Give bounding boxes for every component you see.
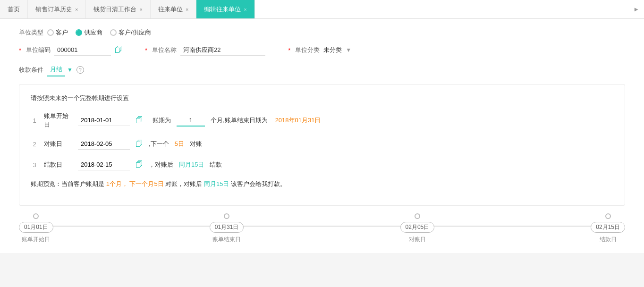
radio-supplier-circle <box>76 29 82 36</box>
setting-row-3: 3 结款日 🗍 ，对账后 同月15日 结款 <box>31 159 613 170</box>
unit-category-value: 未分类 <box>323 46 342 54</box>
row-1-calendar-icon[interactable]: 🗍 <box>136 116 143 125</box>
row-3-suffix-pre: ，对账后 <box>149 160 173 169</box>
timeline-wrapper: 01月01日 账单开始日 01月31日 账单结束日 02月05日 对账日 02月… <box>19 213 625 244</box>
row-1-num: 1 <box>31 117 38 124</box>
payment-terms-arrow[interactable]: ▼ <box>67 67 73 73</box>
payment-terms-label: 收款条件 <box>19 66 43 74</box>
radio-both[interactable]: 客户/供应商 <box>110 28 151 37</box>
timeline-node-0-circle <box>33 213 39 219</box>
unit-category-star: * <box>288 47 290 54</box>
unit-type-row: 单位类型 客户 供应商 客户/供应商 <box>19 28 625 37</box>
settings-panel: 请按照未来的一个完整帐期进行设置 1 账单开始日 🗍 账期为 个月,账单结束日期… <box>19 84 625 206</box>
preview-prefix: 账期预览：当前客户账期是 <box>31 180 104 187</box>
unit-code-label: 单位编码 <box>26 46 51 54</box>
row-3-highlight: 同月15日 <box>179 160 204 169</box>
row-3-suffix-post: 结款 <box>210 160 222 169</box>
row-3-type: 结款日 <box>44 160 72 169</box>
panel-title: 请按照未来的一个完整帐期进行设置 <box>31 94 613 102</box>
radio-supplier[interactable]: 供应商 <box>76 28 102 37</box>
radio-both-circle <box>110 29 117 36</box>
tab-sales-history[interactable]: 销售订单历史 × <box>28 0 86 18</box>
unit-name-label: 单位名称 <box>152 46 177 54</box>
tab-cash-label: 钱货日清工作台 <box>93 5 136 14</box>
tab-edit-partner-label: 编辑往来单位 <box>204 5 241 14</box>
unit-code-icon[interactable]: 🗍 <box>115 46 122 54</box>
timeline-node-2-badge: 02月05日 <box>400 222 435 233</box>
row-2-suffix-post: 对账 <box>190 140 202 148</box>
row-2-type: 对账日 <box>44 140 72 148</box>
preview-part2: 下一个月5日 <box>129 180 163 187</box>
radio-customer-label: 客户 <box>56 28 68 37</box>
row-3-num: 3 <box>31 161 38 169</box>
row-2-date-input[interactable] <box>78 138 130 150</box>
radio-customer[interactable]: 客户 <box>47 28 68 37</box>
main-content: 单位类型 客户 供应商 客户/供应商 * 单位编码 🗍 * 单位名称 <box>0 19 644 253</box>
timeline-node-1-circle <box>224 213 229 219</box>
row-1-period-unit: 个月,账单结束日期为 <box>211 116 268 125</box>
radio-both-label: 客户/供应商 <box>119 28 151 37</box>
tab-expand-button[interactable]: ► <box>628 0 644 18</box>
timeline-node-3: 02月15日 结款日 <box>591 213 625 244</box>
unit-name-group: * 单位名称 <box>145 44 265 56</box>
tab-partner-label: 往来单位 <box>158 5 183 14</box>
row-1-suffix: 账期为 <box>153 116 171 125</box>
payment-terms-select[interactable]: 月结 ▼ <box>47 63 73 76</box>
tab-sales-close[interactable]: × <box>75 7 78 12</box>
unit-category-label: 单位分类 <box>295 46 320 54</box>
tab-sales-label: 销售订单历史 <box>35 5 72 14</box>
row-2-suffix-pre: ,下一个 <box>149 140 169 148</box>
timeline-node-0-badge: 01月01日 <box>19 222 53 233</box>
row-2-calendar-icon[interactable]: 🗍 <box>136 140 143 148</box>
unit-type-radio-group: 客户 供应商 客户/供应商 <box>47 28 151 37</box>
payment-terms-row: 收款条件 月结 ▼ ? <box>19 63 625 76</box>
preview-text: 账期预览：当前客户账期是 1个月， 下一个月5日 对账，对账后 同月15日 该客… <box>31 180 613 188</box>
payment-terms-value: 月结 <box>47 63 65 76</box>
radio-supplier-label: 供应商 <box>84 28 102 37</box>
unit-code-group: * 单位编码 🗍 <box>19 44 122 56</box>
payment-terms-help[interactable]: ? <box>76 66 84 74</box>
preview-part1: 1个月， <box>106 180 128 187</box>
unit-code-input[interactable] <box>54 44 111 56</box>
tab-home-label: 首页 <box>8 5 20 14</box>
row-2-highlight: 5日 <box>175 140 184 148</box>
row-1-end-date: 2018年01月31日 <box>275 116 321 125</box>
timeline-node-2: 02月05日 对账日 <box>400 213 435 244</box>
row-1-period-input[interactable] <box>177 115 205 127</box>
row-3-date-input[interactable] <box>78 159 130 170</box>
tab-bar: 首页 销售订单历史 × 钱货日清工作台 × 往来单位 × 编辑往来单位 × ► <box>0 0 644 19</box>
setting-row-2: 2 对账日 🗍 ,下一个 5日 对账 <box>31 138 613 150</box>
row-1-type: 账单开始日 <box>44 112 72 129</box>
tab-edit-partner[interactable]: 编辑往来单位 × <box>196 0 254 18</box>
timeline-node-0: 01月01日 账单开始日 <box>19 213 53 244</box>
preview-suffix: 该客户会给我打款。 <box>231 180 286 187</box>
tab-partner-close[interactable]: × <box>186 7 188 12</box>
tab-home[interactable]: 首页 <box>0 0 28 18</box>
timeline-node-0-label: 账单开始日 <box>22 236 50 244</box>
timeline-node-1: 01月31日 账单结束日 <box>210 213 244 244</box>
preview-middle: 对账，对账后 <box>165 180 202 187</box>
tab-cash-close[interactable]: × <box>139 7 142 12</box>
unit-name-star: * <box>145 47 147 54</box>
row-3-calendar-icon[interactable]: 🗍 <box>136 160 143 169</box>
tab-edit-partner-close[interactable]: × <box>244 7 246 12</box>
timeline-node-1-label: 账单结束日 <box>212 236 241 244</box>
unit-category-group: * 单位分类 未分类 ▼ <box>288 46 351 54</box>
row-2-num: 2 <box>31 141 38 148</box>
radio-customer-circle <box>47 29 54 36</box>
row-1-date-input[interactable] <box>78 115 130 126</box>
unit-code-star: * <box>19 47 21 54</box>
setting-row-1: 1 账单开始日 🗍 账期为 个月,账单结束日期为 2018年01月31日 <box>31 112 613 129</box>
unit-fields-row: * 单位编码 🗍 * 单位名称 * 单位分类 未分类 ▼ <box>19 44 625 56</box>
tab-cash-work[interactable]: 钱货日清工作台 × <box>86 0 150 18</box>
timeline-node-1-badge: 01月31日 <box>210 222 244 233</box>
timeline-node-3-label: 结款日 <box>600 236 617 244</box>
timeline-nodes: 01月01日 账单开始日 01月31日 账单结束日 02月05日 对账日 02月… <box>19 213 625 244</box>
unit-category-arrow[interactable]: ▼ <box>346 47 351 53</box>
timeline-node-2-circle <box>415 213 420 219</box>
timeline-node-2-label: 对账日 <box>409 236 426 244</box>
unit-type-label: 单位类型 <box>19 28 43 37</box>
unit-name-input[interactable] <box>180 44 265 56</box>
tab-partner[interactable]: 往来单位 × <box>151 0 196 18</box>
timeline-node-3-badge: 02月15日 <box>591 222 625 233</box>
